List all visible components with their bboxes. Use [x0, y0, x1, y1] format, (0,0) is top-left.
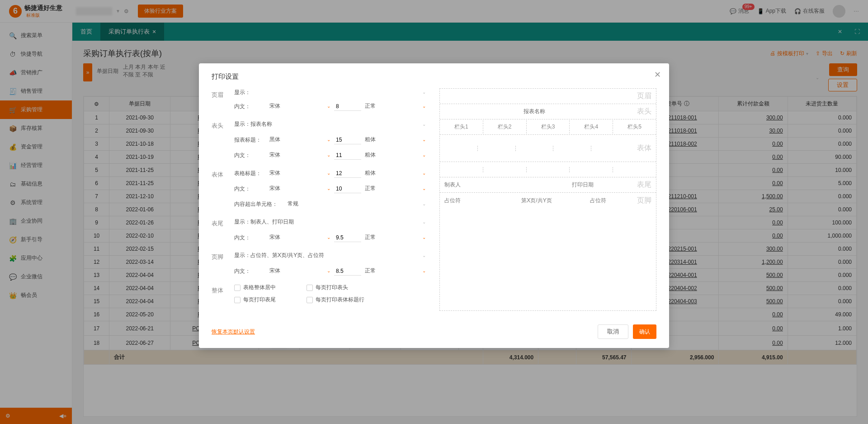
footer-show-select[interactable]: 显示：占位符、第X页/共Y页、占位符⌄ [234, 250, 426, 261]
tbody-size[interactable] [334, 185, 361, 193]
footer-size[interactable] [334, 267, 361, 276]
thead-title-font[interactable]: 黑体⌄ [269, 134, 330, 145]
section-tbody-label: 表体 [212, 168, 234, 179]
tbody-weight[interactable]: 正常⌄ [365, 183, 426, 194]
section-thead-label: 表头 [212, 119, 234, 130]
print-settings-modal: 打印设置 ✕ 页眉 显示：⌄ 内文： 宋体⌄ 正常⌄ 表头 显示 [199, 63, 669, 348]
header-font-select[interactable]: 宋体⌄ [269, 101, 330, 112]
thead-title-weight[interactable]: 粗体⌄ [365, 134, 426, 145]
chk-center[interactable]: 表格整体居中 [234, 284, 276, 291]
section-tfoot-label: 表尾 [212, 217, 234, 228]
section-whole-label: 整体 [212, 284, 234, 295]
header-weight-select[interactable]: 正常⌄ [365, 101, 426, 112]
footer-weight[interactable]: 正常⌄ [365, 266, 426, 276]
tfoot-size[interactable] [334, 233, 361, 242]
section-header-label: 页眉 [212, 88, 234, 99]
tfoot-weight[interactable]: 正常⌄ [365, 232, 426, 243]
header-show-select[interactable]: ⌄ [269, 88, 426, 96]
modal-close-button[interactable]: ✕ [654, 70, 661, 80]
overflow-select[interactable]: 常规⌄ [288, 199, 426, 210]
thead-font[interactable]: 宋体⌄ [269, 150, 330, 161]
thead-title-size[interactable] [334, 136, 361, 144]
tbody-title-weight[interactable]: 粗体⌄ [365, 168, 426, 179]
tfoot-show-select[interactable]: 显示：制表人、打印日期⌄ [234, 217, 426, 228]
tbody-title-size[interactable] [334, 169, 361, 178]
tfoot-font[interactable]: 宋体⌄ [269, 232, 330, 243]
chk-head-each[interactable]: 每页打印表头 [307, 284, 348, 291]
confirm-button[interactable]: 确认 [633, 324, 656, 339]
reset-defaults-link[interactable]: 恢复本页默认设置 [212, 328, 255, 336]
chk-foot-each[interactable]: 每页打印表尾 [234, 296, 276, 304]
thead-weight[interactable]: 粗体⌄ [365, 150, 426, 161]
tbody-title-font[interactable]: 宋体⌄ [269, 168, 330, 179]
section-footer-label: 页脚 [212, 250, 234, 261]
preview-panel: 页眉 报表名称表头 栏头1栏头2栏头3栏头4栏头5 表体 制表人打印日期表尾 占… [439, 88, 656, 311]
tbody-font[interactable]: 宋体⌄ [269, 183, 330, 194]
cancel-button[interactable]: 取消 [598, 324, 628, 339]
thead-show-select[interactable]: 显示：报表名称⌄ [234, 119, 426, 130]
footer-font[interactable]: 宋体⌄ [269, 266, 330, 276]
modal-title: 打印设置 [212, 72, 656, 81]
thead-size[interactable] [334, 151, 361, 160]
chk-title-each[interactable]: 每页打印表体标题行 [307, 296, 364, 304]
settings-panel: 页眉 显示：⌄ 内文： 宋体⌄ 正常⌄ 表头 显示：报表名称⌄ 报表标题： [212, 88, 426, 311]
header-size-input[interactable] [334, 102, 361, 111]
modal-overlay: 打印设置 ✕ 页眉 显示：⌄ 内文： 宋体⌄ 正常⌄ 表头 显示 [0, 0, 868, 424]
